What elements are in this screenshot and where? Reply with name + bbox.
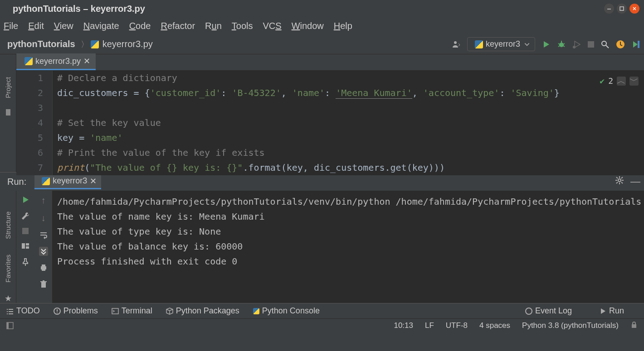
run-tool-column-2: ↑ ↓ [34,191,53,303]
interpreter[interactable]: Python 3.8 (pythonTutorials) [522,321,619,330]
breadcrumb-file[interactable]: keyerror3.py [99,37,156,51]
caret-position[interactable]: 10:13 [394,321,413,330]
project-toolwindow-tab[interactable]: Project [4,77,12,98]
run-icon[interactable] [542,40,551,49]
indent-setting[interactable]: 4 spaces [479,321,510,330]
run-toolwindow-button[interactable]: Run [599,306,624,316]
svg-rect-35 [7,309,8,310]
status-toggle-icon[interactable] [6,322,14,329]
problems-toolwindow[interactable]: Problems [54,306,98,316]
scroll-to-end-icon[interactable] [39,247,48,256]
line-ending[interactable]: LF [425,321,434,330]
run-config-dropdown[interactable]: keyerror3 [467,37,535,51]
wrench-icon[interactable] [21,212,30,221]
inspection-ok-icon[interactable]: ✔ [600,73,605,88]
menu-view[interactable]: View [54,21,73,31]
line-gutter: 1234567 [16,71,53,175]
menu-file[interactable]: File [4,21,18,31]
file-encoding[interactable]: UTF-8 [446,321,468,330]
close-tab-icon[interactable]: ✕ [83,56,90,66]
run-tool-column-1 [16,191,34,303]
menu-code[interactable]: Code [129,21,151,31]
print-icon[interactable] [39,263,48,272]
run-output-line: The value of balance key is: 60000 [57,239,639,254]
menu-window[interactable]: Window [292,21,324,31]
run-panel-header: Run: keyerror3 ✕ — [0,173,644,191]
svg-line-24 [616,182,618,183]
python-file-icon [24,57,33,65]
svg-rect-47 [7,322,9,329]
user-popup-icon[interactable] [452,40,461,49]
stop-run-icon[interactable] [22,228,29,234]
code-content[interactable]: # Declare a dictionary dic_customers = {… [53,71,644,175]
svg-line-23 [621,182,623,183]
run-panel: Run: keyerror3 ✕ — Structure Favorites ★… [0,172,644,303]
stop-icon[interactable] [588,41,594,48]
soft-wrap-icon[interactable] [39,231,48,240]
svg-rect-29 [41,266,46,269]
structure-toolwindow-tab[interactable]: Structure [4,212,12,239]
ide-settings-icon[interactable] [631,40,640,49]
svg-rect-32 [41,282,46,288]
close-run-tab-icon[interactable]: ✕ [90,176,97,186]
editor-tab[interactable]: keyerror3.py ✕ [16,53,96,70]
breadcrumb-project[interactable]: pythonTutorials [4,37,79,51]
todo-toolwindow[interactable]: TODO [6,306,40,316]
coverage-icon[interactable] [572,40,581,49]
navigation-toolbar: pythonTutorials 〉 keyerror3.py keyerror3 [0,34,644,54]
svg-point-4 [454,41,457,44]
menu-tools[interactable]: Tools [232,21,253,31]
status-bar: 10:13 LF UTF-8 4 spaces Python 3.8 (pyth… [0,318,644,332]
python-console-toolwindow[interactable]: Python Console [253,306,320,316]
gear-icon[interactable] [615,176,624,185]
svg-point-43 [57,313,58,313]
menu-edit[interactable]: Edit [28,21,44,31]
close-button[interactable] [629,4,639,14]
inspection-indicators: ✔ 2 ︿ ﹀ [600,73,639,88]
layout-icon[interactable] [21,241,30,250]
update-icon[interactable] [616,40,625,49]
menu-navigate[interactable]: Navigate [83,21,119,31]
trash-icon[interactable] [39,279,48,288]
svg-line-13 [606,45,609,48]
chevron-down-icon [524,41,530,48]
hide-panel-icon[interactable]: — [630,176,640,188]
search-icon[interactable] [600,40,610,49]
svg-point-5 [559,43,564,47]
terminal-toolwindow[interactable]: Terminal [112,306,152,316]
python-icon [475,40,483,48]
svg-line-8 [563,43,565,44]
favorites-toolwindow-tab[interactable]: Favorites [4,255,12,283]
event-log-toolwindow[interactable]: Event Log [525,306,572,316]
prev-highlight-icon[interactable]: ︿ [617,77,626,86]
up-arrow-icon[interactable]: ↑ [41,195,46,206]
python-packages-toolwindow[interactable]: Python Packages [166,306,239,316]
svg-rect-40 [9,313,13,314]
svg-rect-34 [43,280,44,281]
menu-help[interactable]: Help [334,21,352,31]
rerun-icon[interactable] [21,195,30,204]
debug-icon[interactable] [557,40,566,49]
run-label: Run: [7,177,26,187]
menu-vcs[interactable]: VCS [263,21,282,31]
run-tab-label: keyerror3 [53,176,87,186]
code-editor[interactable]: 1234567 # Declare a dictionary dic_custo… [16,71,644,175]
svg-rect-39 [7,313,8,314]
next-highlight-icon[interactable]: ﹀ [629,77,639,86]
chevron-right-icon: 〉 [81,39,89,50]
menu-run[interactable]: Run [205,21,222,31]
python-icon [42,177,50,185]
run-output[interactable]: /home/fahmida/PycharmProjects/pythonTuto… [53,191,644,303]
editor-area: Project keyerror3.py ✕ 1234567 # Declare… [0,54,644,172]
star-icon[interactable]: ★ [5,293,12,303]
run-tab[interactable]: keyerror3 ✕ [34,174,101,189]
bookmarks-icon[interactable] [4,108,12,116]
svg-rect-38 [9,311,13,312]
down-arrow-icon[interactable]: ↓ [41,213,46,223]
menu-refactor[interactable]: Refactor [161,21,195,31]
maximize-button[interactable] [617,4,627,14]
svg-rect-26 [22,243,25,249]
pin-icon[interactable] [21,258,30,267]
minimize-button[interactable] [604,4,614,14]
lock-icon[interactable] [630,321,638,328]
